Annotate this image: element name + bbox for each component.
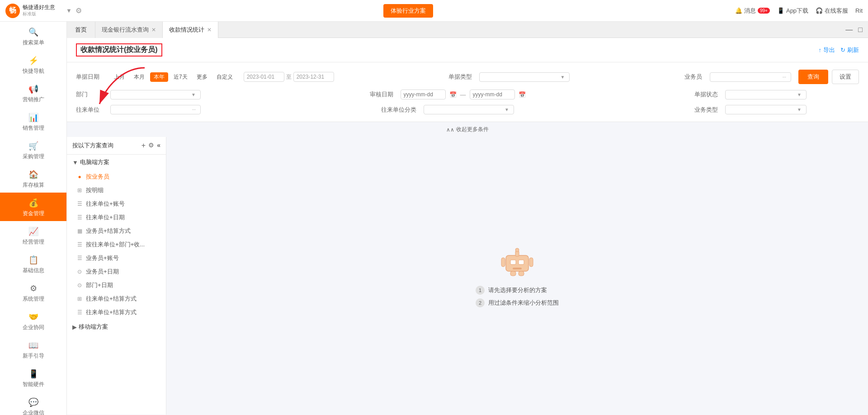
online-support-button[interactable]: 🎧 在线客服 [816,7,848,15]
user-name: Rit [855,7,863,14]
sidebar-item-operations[interactable]: 📈 经营管理 [0,221,66,250]
logo-icon: 畅 [5,4,20,18]
tree-item-partner-settlement1-label: 往来单位+结算方式 [86,295,137,303]
messages-button[interactable]: 🔔 消息 99+ [735,7,770,15]
tab-minimize-icon[interactable]: — [844,24,854,36]
doc-type-select[interactable]: ▼ [479,72,570,82]
empty-robot-icon [499,244,535,280]
right-panel: 1 请先选择要分析的方案 2 用过滤条件来缩小分析范围 [166,137,868,415]
sidebar-item-hardware[interactable]: 📱 智能硬件 [0,363,66,392]
partner-cat-select[interactable]: ▼ [424,105,514,114]
settings-icon[interactable]: ⚙ [75,6,82,15]
tab-bar: 首页 现金银行流水查询 ✕ 收款情况统计 ✕ — □ [67,22,868,38]
date-tab-thisyear[interactable]: 本年 [150,72,168,82]
step-2: 2 用过滤条件来缩小分析范围 [476,298,559,307]
date-tab-custom[interactable]: 自定义 [213,72,236,82]
biz-type-select[interactable]: ▼ [725,105,807,114]
inventory-icon: 🏠 [28,170,38,179]
step-1-num: 1 [476,286,485,295]
tree-item-partner-date-label: 往来单位+日期 [86,213,125,222]
dept-select[interactable]: ▼ [110,90,201,99]
tree-group-desktop[interactable]: ▼ 电脑端方案 [67,155,166,170]
refresh-icon: ↻ [840,47,845,53]
tree-item-partner-settlement1[interactable]: ⊞ 往来单位+结算方式 [67,292,166,306]
tree-group-mobile[interactable]: ▶ 移动端方案 [67,319,166,335]
salesman-select[interactable]: ··· [710,72,791,82]
settings-button[interactable]: 设置 [832,70,859,84]
system-icon: ⚙ [30,283,37,293]
audit-to-input[interactable] [470,90,515,99]
sidebar-item-finance[interactable]: 💰 资金管理 [0,193,66,221]
svg-rect-8 [510,271,516,276]
date-tab-lastmonth[interactable]: 上月 [110,72,128,82]
panel-collapse-icon[interactable]: « [157,141,160,150]
sidebar-item-purchase[interactable]: 🛒 采购管理 [0,136,66,164]
sidebar-item-basic-info[interactable]: 📋 基础信息 [0,250,66,278]
tree-item-salesman-account[interactable]: ☰ 业务员+账号 [67,251,166,265]
tree-item-dept-date[interactable]: ⊙ 部门+日期 [67,278,166,292]
hardware-icon: 📱 [28,369,38,379]
operations-icon: 📈 [28,226,38,236]
tree-item-partner-dept[interactable]: ☰ 按往来单位+部门+收... [67,238,166,251]
tree-group-mobile-label: 移动端方案 [79,323,108,331]
tab-bank-flow-close[interactable]: ✕ [151,27,156,33]
tree-expand-icon: ▼ [72,159,78,166]
sidebar-item-quicknav[interactable]: ⚡ 快捷导航 [0,50,66,79]
trial-button[interactable]: 体验行业方案 [383,4,433,18]
status-select[interactable]: ▼ [725,90,807,99]
tree-item-detail[interactable]: ⊞ 按明细 [67,184,166,197]
tree-item-partner-settlement2[interactable]: ☰ 往来单位+结算方式 [67,306,166,319]
tab-receivables-close[interactable]: ✕ [207,27,212,33]
tab-receivables[interactable]: 收款情况统计 ✕ [163,22,218,38]
tab-maximize-icon[interactable]: □ [856,24,864,36]
tree-item-partner-settlement2-label: 往来单位+结算方式 [86,308,137,316]
panel-add-icon[interactable]: + [142,141,146,150]
sidebar-label-purchase: 采购管理 [23,153,44,160]
calendar-to-icon[interactable]: 📅 [519,91,526,98]
audit-from-input[interactable] [401,90,446,99]
sidebar-item-sales[interactable]: 📊 销售管理 [0,107,66,136]
calendar-from-icon[interactable]: 📅 [449,91,457,98]
date-tabs: 上月 本月 本年 近7天 更多 自定义 [110,72,236,82]
headset-icon: 🎧 [816,7,823,14]
sidebar-item-search[interactable]: 🔍 搜索菜单 [0,22,66,50]
tree-item-salesman-settlement[interactable]: ▦ 业务员+结算方式 [67,224,166,238]
sidebar-item-wechat[interactable]: 💬 企业微信 [0,392,66,415]
sidebar-item-collab[interactable]: 🤝 企业协同 [0,307,66,335]
sidebar-label-search: 搜索菜单 [23,39,44,47]
logo-text: 畅捷通好生意 标准版 [23,4,55,17]
empty-state: 1 请先选择要分析的方案 2 用过滤条件来缩小分析范围 [476,244,559,307]
sidebar-item-inventory[interactable]: 🏠 库存核算 [0,164,66,193]
date-to-input[interactable] [293,72,334,82]
dropdown-icon[interactable]: ▼ [66,7,72,14]
sidebar-item-marketing[interactable]: 📢 营销推广 [0,79,66,107]
tree-item-partner-date[interactable]: ☰ 往来单位+日期 [67,211,166,224]
date-tab-thismonth[interactable]: 本月 [130,72,148,82]
svg-rect-1 [510,260,516,264]
tab-bank-flow[interactable]: 现金银行流水查询 ✕ [95,22,163,38]
sidebar-item-system[interactable]: ⚙ 系统管理 [0,278,66,307]
tree-item-partner-account[interactable]: ☰ 往来单位+账号 [67,197,166,211]
panel-settings-icon[interactable]: ⚙ [148,141,154,150]
export-button[interactable]: ↑ 导出 [819,46,835,54]
date-tab-more[interactable]: 更多 [193,72,211,82]
partner-dots: ··· [192,107,196,112]
date-from-input[interactable] [244,72,284,82]
svg-rect-6 [501,258,505,267]
sidebar-label-hardware: 智能硬件 [23,381,44,388]
tree-item-by-salesman[interactable]: ● 按业务员 [67,170,166,184]
partner-dept-icon: ☰ [76,241,83,248]
query-button[interactable]: 查询 [798,70,828,84]
tree-item-salesman-date[interactable]: ⊙ 业务员+日期 [67,265,166,278]
step-2-num: 2 [476,298,485,307]
user-avatar[interactable]: Rit [855,7,863,14]
tab-home[interactable]: 首页 [67,22,95,38]
app-download-button[interactable]: 📱 App下载 [777,7,808,15]
refresh-button[interactable]: ↻ 刷新 [840,46,859,54]
collapse-bar[interactable]: ∧∧ 收起更多条件 [67,122,868,137]
partner-select[interactable]: ··· [110,105,201,114]
sidebar-item-newbie[interactable]: 📖 新手引导 [0,335,66,363]
date-tab-7days[interactable]: 近7天 [170,72,191,82]
date-range: 至 [244,72,334,82]
basic-info-icon: 📋 [28,255,38,265]
